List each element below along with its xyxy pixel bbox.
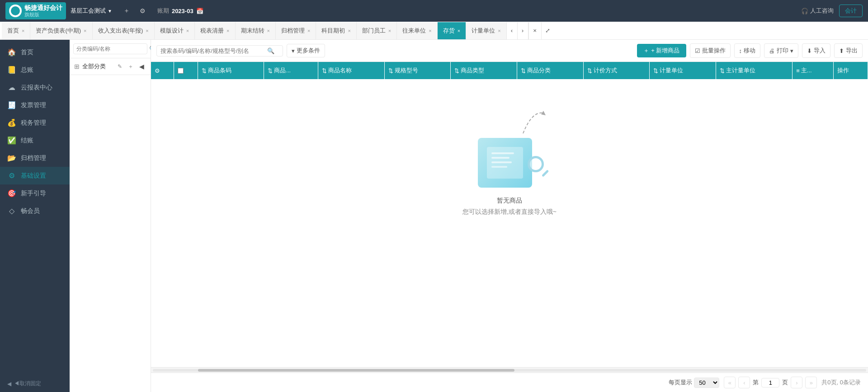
tab-close-icon[interactable]: × (307, 28, 310, 33)
tab-template[interactable]: 模版设计 × (155, 22, 195, 39)
tab-closing[interactable]: 期末结转 × (236, 22, 276, 39)
calendar-icon[interactable]: 📅 (196, 8, 203, 14)
th-category[interactable]: ⇅商品分类 (517, 62, 583, 79)
move-icon: ↕ (739, 47, 742, 54)
svg-rect-4 (491, 166, 507, 168)
th-type[interactable]: ⇅商品类型 (451, 62, 517, 79)
tab-tax[interactable]: 税表清册 × (195, 22, 235, 39)
sidebar-item-ledger[interactable]: 📒 总账 (0, 61, 70, 79)
tab-next-button[interactable]: › (518, 22, 528, 39)
th-unit[interactable]: ⇅计量单位 (650, 62, 716, 79)
tab-close-icon[interactable]: × (458, 28, 460, 33)
sidebar-item-tax[interactable]: 💰 税务管理 (0, 114, 70, 132)
toolbar: 🔍 ▾ 更多条件 ＋ + 新增商品 ☑ 批量操作 ↕ (151, 40, 868, 62)
tab-subject[interactable]: 科目期初 × (316, 22, 356, 39)
main-layout: 🏠 首页 📒 总账 ☁ 云报表中心 🧾 发票管理 💰 税务管理 ✅ 结账 📂 归… (0, 40, 868, 392)
tab-close-icon[interactable]: × (388, 28, 391, 33)
tab-balance[interactable]: 资产负债表(中期) × (30, 22, 92, 39)
sidebar-item-member[interactable]: ◇ 畅会员 (0, 202, 70, 220)
tab-close-icon[interactable]: × (429, 28, 431, 33)
select-all-checkbox[interactable] (178, 68, 184, 74)
th-spec[interactable]: ⇅规格型号 (384, 62, 451, 79)
scrollbar-thumb[interactable] (198, 369, 514, 372)
search-input[interactable] (160, 47, 264, 54)
export-label: 导出 (846, 47, 858, 55)
tab-home[interactable]: 首页 × (2, 22, 30, 39)
tab-close-icon[interactable]: × (186, 28, 189, 33)
tab-close-icon[interactable]: × (498, 28, 500, 33)
grid-icon: ⊞ (74, 63, 80, 70)
left-panel: 🔍 ⊞ 全部分类 ✎ ＋ ◀ (70, 40, 151, 392)
batch-button[interactable]: ☑ 批量操作 (690, 43, 731, 58)
print-button[interactable]: 🖨 打印 ▾ (764, 43, 798, 58)
add-tab-button[interactable]: ＋ (120, 5, 133, 17)
collapse-icon: ◀ (7, 381, 11, 387)
sidebar-item-label: 新手引导 (21, 189, 46, 198)
th-main-unit[interactable]: ⇅主计量单位 (716, 62, 793, 79)
tab-staff[interactable]: 部门员工 × (357, 22, 397, 39)
svg-rect-3 (491, 161, 512, 163)
page-unit: 页 (782, 378, 788, 387)
tab-close-icon[interactable]: × (22, 28, 24, 33)
tab-contacts[interactable]: 往来单位 × (397, 22, 437, 39)
tab-close-icon[interactable]: × (226, 28, 229, 33)
category-label: 全部分类 (82, 62, 113, 71)
svg-rect-2 (491, 157, 509, 159)
sidebar-item-home[interactable]: 🏠 首页 (0, 43, 70, 61)
tab-prev-button[interactable]: ‹ (507, 22, 518, 39)
th-price-method[interactable]: ⇅计价方式 (583, 62, 650, 79)
th-code[interactable]: ⇅商品... (264, 62, 318, 79)
tab-archive[interactable]: 归档管理 × (276, 22, 316, 39)
sidebar-item-invoice[interactable]: 🧾 发票管理 (0, 96, 70, 114)
page-size-dropdown[interactable]: 50 10 20 100 (694, 378, 719, 388)
account-button[interactable]: 会计 (839, 5, 863, 17)
period-area: 账期 2023-03 📅 (157, 7, 203, 15)
collapse-panel-button[interactable]: ◀ (137, 62, 146, 71)
add-category-button[interactable]: ＋ (126, 62, 135, 71)
edit-category-button[interactable]: ✎ (115, 62, 124, 71)
content-area: 🔍 ⊞ 全部分类 ✎ ＋ ◀ 🔍 ▾ (70, 40, 868, 392)
next-page-button[interactable]: › (791, 377, 802, 388)
export-button[interactable]: ⬆ 导出 (834, 43, 863, 58)
company-selector[interactable]: 基层工会测试 ▼ (71, 7, 112, 15)
arrow-icon (514, 106, 550, 142)
th-settings[interactable]: ⚙ (151, 62, 174, 79)
tab-close-icon[interactable]: × (84, 28, 86, 33)
last-page-button[interactable]: » (805, 377, 817, 388)
sidebar-item-archive[interactable]: 📂 归档管理 (0, 149, 70, 167)
th-barcode[interactable]: ⇅商品条码 (198, 62, 264, 79)
per-page-label: 每页显示 (669, 378, 692, 387)
prev-page-button[interactable]: ‹ (738, 377, 750, 388)
page-number-input[interactable] (761, 378, 779, 387)
tab-inventory[interactable]: 存货 × (438, 22, 466, 39)
search-icon[interactable]: 🔍 (267, 47, 274, 54)
scrollbar-area[interactable] (151, 367, 868, 373)
sidebar-collapse-button[interactable]: ◀ ◀取消固定 (0, 375, 70, 392)
tab-close-icon[interactable]: × (146, 28, 148, 33)
sidebar-item-settings[interactable]: ⚙ 基础设置 (0, 167, 70, 184)
tab-unit[interactable]: 计量单位 × (466, 22, 506, 39)
tab-income[interactable]: 收入支出表(年报) × (93, 22, 155, 39)
tab-expand-button[interactable]: ⤢ (541, 22, 554, 39)
tab-close-all-button[interactable]: × (528, 22, 541, 39)
add-product-button[interactable]: ＋ + 新增商品 (637, 44, 686, 57)
sidebar-item-settle[interactable]: ✅ 结账 (0, 132, 70, 149)
settings-button[interactable]: ⚙ (137, 5, 149, 17)
th-name[interactable]: ⇅商品名称 (318, 62, 385, 79)
category-search-input[interactable] (73, 43, 147, 54)
top-header: 畅捷通好会计 旗舰版 基层工会测试 ▼ ＋ ⚙ 账期 2023-03 📅 🎧 人… (0, 0, 868, 22)
sidebar-item-guide[interactable]: 🎯 新手引导 (0, 184, 70, 202)
move-button[interactable]: ↕ 移动 (734, 43, 761, 58)
header-right: 🎧 人工咨询 会计 (801, 5, 863, 17)
sidebar-item-reports[interactable]: ☁ 云报表中心 (0, 79, 70, 96)
th-extra[interactable]: ≡主... (793, 62, 834, 79)
tab-close-icon[interactable]: × (348, 28, 350, 33)
th-checkbox[interactable] (174, 62, 198, 79)
import-button[interactable]: ⬇ 导入 (802, 43, 830, 58)
tab-close-icon[interactable]: × (267, 28, 270, 33)
logo-text: 畅捷通好会计 旗舰版 (24, 4, 62, 18)
consultant-button[interactable]: 🎧 人工咨询 (801, 7, 834, 15)
filter-button[interactable]: ▾ 更多条件 (287, 44, 325, 57)
add-icon: ＋ (643, 47, 649, 55)
first-page-button[interactable]: « (724, 377, 736, 388)
